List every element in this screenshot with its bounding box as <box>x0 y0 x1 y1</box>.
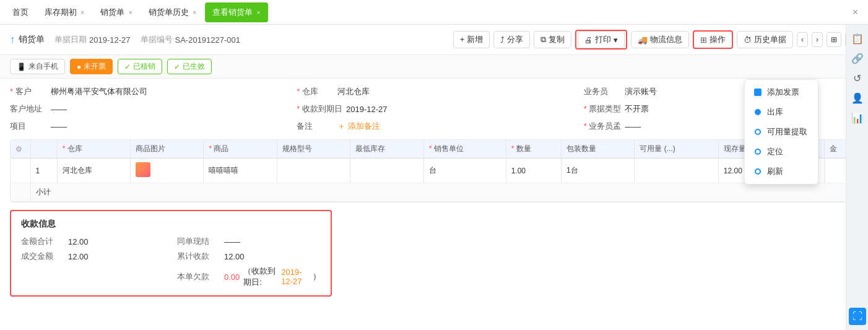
customer-value: 柳州粤港平安气体有限公司 <box>51 86 284 97</box>
payment-grid: 金额合计 12.00 同单现结 —— 成交金额 12.00 累计收款 12.00… <box>21 236 321 288</box>
warehouse-out-icon <box>753 108 762 116</box>
warehouse-value: 河北仓库 <box>337 86 571 97</box>
tab-view-sales-close[interactable]: × <box>256 9 260 16</box>
product-table: ⚙ * 仓库 商品图片 * 商品 规格型号 最低库存 * 销售单位 <box>11 140 857 202</box>
address-label: 客户地址 <box>10 103 47 115</box>
payment-title: 收款信息 <box>21 219 321 230</box>
not-open-icon: ● <box>77 63 81 71</box>
effect-icon: ✓ <box>174 63 180 71</box>
table-row: 1 河北仓库 嘻嘻嘻嘻 台 1.00 1台 12.00 0. <box>11 158 857 183</box>
effect-button[interactable]: ✓ 已生效 <box>167 59 212 74</box>
dropdown-warehouse-out[interactable]: 出库 <box>745 102 818 122</box>
tab-inventory-label: 库存期初 <box>45 7 77 18</box>
row-warehouse-cell: 河北仓库 <box>57 158 130 183</box>
notes-label: 备注 <box>297 121 334 132</box>
payment-due-date: 2019-12-27 <box>281 267 309 286</box>
subtotal-row: 小计 <box>11 183 857 202</box>
operation-button[interactable]: ⊞ 操作 <box>693 30 733 49</box>
form-header: ↑ 销货单 单据日期 2019-12-27 单据编号 SA-20191227-0… <box>0 25 868 55</box>
check-button[interactable]: ✓ 已核销 <box>118 59 162 74</box>
form-date-value: 2019-12-27 <box>89 35 131 45</box>
col-spec: 规格型号 <box>277 140 350 158</box>
sales-order-icon: ↑ <box>10 34 15 45</box>
right-icon-refresh[interactable]: ↺ <box>849 69 866 87</box>
payment-cumulative-item: 累计收款 12.00 <box>177 251 321 262</box>
print-dropdown-icon: ▾ <box>614 35 618 45</box>
history-icon: ⏱ <box>744 35 752 45</box>
tab-inventory[interactable]: 库存期初 × <box>37 2 92 22</box>
col-product-img: 商品图片 <box>131 140 204 158</box>
logistics-icon: 🚚 <box>638 35 648 45</box>
operation-icon: ⊞ <box>700 35 707 45</box>
tab-home[interactable]: 首页 <box>5 2 36 22</box>
payment-date-field: 收款到期日 2019-12-27 <box>297 103 571 115</box>
available-get-icon <box>753 128 762 136</box>
window-close-button[interactable]: × <box>848 4 863 20</box>
form-date-label: 单据日期 <box>54 34 87 45</box>
dropdown-locate[interactable]: 定位 <box>745 142 818 162</box>
notes-add-button[interactable]: ＋ 添加备注 <box>337 121 571 132</box>
from-phone-button[interactable]: 📱 来自手机 <box>10 59 65 74</box>
right-icon-expand[interactable]: ⛶ <box>849 308 866 325</box>
not-open-button[interactable]: ● 未开票 <box>70 59 113 74</box>
tab-inventory-close[interactable]: × <box>80 9 84 16</box>
dropdown-available-get[interactable]: 可用量提取 <box>745 122 818 142</box>
row-spec-cell <box>277 158 350 183</box>
warehouse-field: 仓库 河北仓库 <box>297 86 571 97</box>
row-quantity-cell: 1.00 <box>506 158 561 183</box>
row-min-stock-cell <box>350 158 423 183</box>
address-field: 客户地址 —— <box>10 103 284 115</box>
copy-button[interactable]: ⧉ 复制 <box>534 31 571 48</box>
new-button[interactable]: + 新增 <box>453 31 490 48</box>
row-settings-cell <box>11 158 30 183</box>
payment-due-label: 本单欠款 <box>177 271 220 282</box>
print-button[interactable]: 🖨 打印 ▾ <box>578 31 625 48</box>
ticket-type-value: 不开票 <box>625 103 858 115</box>
col-num <box>30 140 57 158</box>
tab-sales-close[interactable]: × <box>128 9 132 16</box>
ticket-type-label: 票据类型 <box>584 103 622 115</box>
copy-icon: ⧉ <box>540 35 546 45</box>
logistics-button[interactable]: 🚚 物流信息 <box>631 31 689 48</box>
share-button[interactable]: ⤴ 分享 <box>493 31 530 48</box>
salesperson-value: 演示账号 <box>625 86 858 97</box>
locate-icon <box>753 147 762 156</box>
salesperson2-label: 业务员孟 <box>584 121 622 132</box>
right-panel: 📋 🔗 ↺ 👤 📊 ⛶ <box>846 25 868 330</box>
check-icon: ✓ <box>124 63 131 71</box>
main-content: ↑ 销货单 单据日期 2019-12-27 单据编号 SA-20191227-0… <box>0 25 868 330</box>
form-title-text: 销货单 <box>19 34 45 45</box>
payment-transaction-label: 成交金额 <box>21 251 64 262</box>
dropdown-add-invoice[interactable]: 添加发票 <box>745 82 818 102</box>
grid-view-button[interactable]: ⊞ <box>827 32 841 47</box>
tab-sales-history-close[interactable]: × <box>193 9 196 16</box>
settings-icon[interactable]: ⚙ <box>15 145 22 154</box>
tab-sales[interactable]: 销货单 × <box>93 2 139 22</box>
row-product-cell: 嘻嘻嘻嘻 <box>204 158 277 183</box>
form-fields: 客户 柳州粤港平安气体有限公司 仓库 河北仓库 业务员 演示账号 客户地址 ——… <box>0 79 868 139</box>
history-button[interactable]: ⏱ 历史单据 <box>737 31 793 48</box>
product-table-container: ⚙ * 仓库 商品图片 * 商品 规格型号 最低库存 * 销售单位 <box>10 139 858 202</box>
payment-total-label: 金额合计 <box>21 236 64 247</box>
print-icon: 🖨 <box>584 35 592 45</box>
form-date-field: 单据日期 2019-12-27 <box>54 34 131 45</box>
prev-button[interactable]: ‹ <box>797 32 808 47</box>
dropdown-add-invoice-label: 添加发票 <box>767 87 799 98</box>
right-icon-chart[interactable]: 📊 <box>849 109 866 126</box>
right-icon-clipboard[interactable]: 📋 <box>849 30 866 47</box>
next-button[interactable]: › <box>812 32 823 47</box>
payment-due-value: 0.00 <box>224 272 240 282</box>
tab-sales-history[interactable]: 销货单历史 × <box>141 2 204 22</box>
payment-spacer <box>21 266 165 288</box>
tab-view-sales[interactable]: 查看销货单 × <box>205 2 267 22</box>
right-icon-link[interactable]: 🔗 <box>849 50 866 67</box>
payment-same-order-label: 同单现结 <box>177 236 220 247</box>
payment-transaction-value: 12.00 <box>68 252 89 261</box>
tab-sales-label: 销货单 <box>100 7 124 18</box>
dropdown-warehouse-out-label: 出库 <box>767 106 783 118</box>
table-header-row: ⚙ * 仓库 商品图片 * 商品 规格型号 最低库存 * 销售单位 <box>11 140 857 158</box>
dropdown-refresh[interactable]: 刷新 <box>745 162 818 181</box>
sub-toolbar: 📱 来自手机 ● 未开票 ✓ 已核销 ✓ 已生效 <box>0 55 868 79</box>
product-image <box>136 162 150 177</box>
right-icon-user[interactable]: 👤 <box>849 89 866 106</box>
